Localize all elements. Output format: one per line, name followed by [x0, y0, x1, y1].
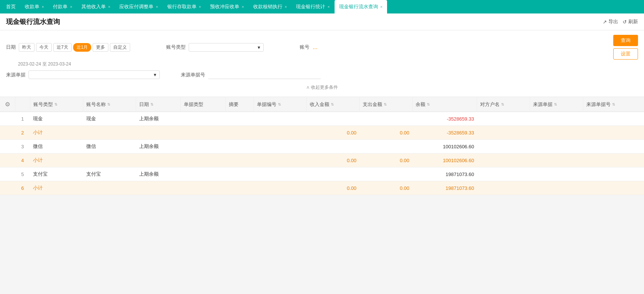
cell-summary [225, 140, 254, 154]
nav-close-icon[interactable]: × [108, 0, 110, 13]
cell-income [306, 112, 359, 126]
cell-num: 5 [15, 167, 30, 181]
col-num [15, 97, 30, 112]
source-doc-select[interactable]: ▾ [29, 70, 160, 79]
collapse-bar[interactable]: ∧ 收起更多条件 [6, 83, 638, 92]
cell-empty [0, 126, 15, 140]
cell-doc-type [180, 181, 225, 195]
cell-summary [225, 181, 254, 195]
query-button[interactable]: 查询 [613, 35, 638, 46]
nav-close-icon[interactable]: × [380, 0, 383, 13]
sort-icon: ⇅ [612, 102, 615, 106]
refresh-button[interactable]: ↺ 刷新 [623, 18, 638, 25]
cell-account-name: 现金 [83, 112, 136, 126]
nav-label: 收款核销执行 [253, 0, 282, 13]
table-row[interactable]: 4 小计 0.00 0.00 100102606.60 [0, 154, 644, 167]
cell-counterparty [477, 140, 530, 154]
cell-source-doc [530, 167, 583, 181]
nav-xianjinyinhang-tongji[interactable]: 现金银行统计 × [291, 0, 334, 13]
nav-close-icon[interactable]: × [42, 0, 44, 13]
col-balance[interactable]: 余额⇅ [412, 97, 477, 112]
col-source-doc[interactable]: 来源单据⇅ [530, 97, 583, 112]
account-ellipsis-button[interactable]: ... [312, 44, 317, 51]
table-settings-icon[interactable]: ⚙ [5, 101, 10, 107]
cell-account-name [83, 126, 136, 140]
cell-counterparty [477, 154, 530, 167]
date-btn-more[interactable]: 更多 [93, 43, 108, 52]
nav-close-icon[interactable]: × [327, 0, 330, 13]
nav-close-icon[interactable]: × [156, 0, 158, 13]
table-header-row: ⚙ 账号类型⇅ 账号名称⇅ 日期⇅ 单据类型 摘要 [0, 97, 644, 112]
nav-shoukuanhexiao[interactable]: 收款核销执行 × [249, 0, 291, 13]
nav-shoukuandan[interactable]: 收款单 × [20, 0, 48, 13]
nav-xianjinyinhang-liushui[interactable]: 现金银行流水查询 × [335, 0, 387, 13]
sort-icon: ⇅ [278, 102, 281, 106]
sort-icon: ⇅ [427, 102, 430, 106]
date-filter-group: 日期 昨天 今天 近7天 近1月 更多 自定义 [6, 43, 130, 52]
date-btn-7days[interactable]: 近7天 [53, 43, 72, 52]
page-title: 现金银行流水查询 [6, 17, 60, 26]
account-type-label: 账号类型 [166, 44, 186, 51]
cell-date: 上期余额 [136, 112, 180, 126]
nav-label: 收款单 [25, 0, 39, 13]
nav-yinhangcunqu[interactable]: 银行存取款单 × [163, 0, 206, 13]
cell-date [136, 154, 180, 167]
cell-doc-no [254, 126, 306, 140]
col-date[interactable]: 日期⇅ [136, 97, 180, 112]
date-range-display: 2023-02-24 至 2023-03-24 [18, 61, 71, 67]
nav-home-label: 首页 [6, 0, 16, 13]
cell-empty [0, 167, 15, 181]
cell-doc-type [180, 140, 225, 154]
cell-num: 3 [15, 140, 30, 154]
col-income[interactable]: 收入金额⇅ [306, 97, 359, 112]
nav-close-icon[interactable]: × [285, 0, 287, 13]
export-button[interactable]: ↗ 导出 [603, 18, 618, 25]
col-counterparty[interactable]: 对方户名⇅ [477, 97, 530, 112]
source-doc-no-label: 来源单据号 [181, 72, 205, 78]
table-row[interactable]: 1 现金 现金 上期余额 -3528659.33 [0, 112, 644, 126]
nav-close-icon[interactable]: × [70, 0, 72, 13]
date-btn-yesterday[interactable]: 昨天 [19, 43, 35, 52]
account-label: 账号 [300, 44, 309, 51]
col-source-doc-no[interactable]: 来源单据号⇅ [583, 97, 644, 112]
nav-qitashourukudan[interactable]: 其他收入单 × [77, 0, 115, 13]
nav-yushoudan[interactable]: 预收冲应收单 × [206, 0, 248, 13]
account-type-select[interactable]: ▾ [189, 43, 264, 52]
cell-source-doc [530, 181, 583, 195]
settings-button[interactable]: 设置 [613, 48, 638, 60]
date-btn-custom[interactable]: 自定义 [110, 43, 130, 52]
col-expense[interactable]: 支出金额⇅ [359, 97, 412, 112]
table-row[interactable]: 2 小计 0.00 0.00 -3528659.33 [0, 126, 644, 140]
cell-date: 上期余额 [136, 167, 180, 181]
col-account-type[interactable]: 账号类型⇅ [30, 97, 83, 112]
cell-source-doc-no [583, 181, 644, 195]
cell-account-type: 微信 [30, 140, 83, 154]
cell-income: 0.00 [306, 154, 359, 167]
table-row[interactable]: 5 支付宝 支付宝 上期余额 19871073.60 [0, 167, 644, 181]
cell-num: 4 [15, 154, 30, 167]
collapse-label: 收起更多条件 [311, 85, 338, 90]
main-table: ⚙ 账号类型⇅ 账号名称⇅ 日期⇅ 单据类型 摘要 [0, 97, 644, 195]
table-row[interactable]: 6 小计 0.00 0.00 19871073.60 [0, 181, 644, 195]
sort-icon: ⇅ [384, 102, 387, 106]
cell-summary [225, 112, 254, 126]
account-filter-group: 账号 ... [300, 44, 317, 51]
date-btn-1month[interactable]: 近1月 [73, 43, 92, 52]
nav-close-icon[interactable]: × [242, 0, 244, 13]
account-type-filter-group: 账号类型 ▾ [166, 43, 264, 52]
cell-income: 0.00 [306, 181, 359, 195]
nav-close-icon[interactable]: × [199, 0, 201, 13]
col-doc-no[interactable]: 单据编号⇅ [254, 97, 306, 112]
nav-home[interactable]: 首页 [2, 0, 20, 13]
date-btn-today[interactable]: 今天 [36, 43, 52, 52]
nav-label: 现金银行流水查询 [339, 0, 378, 13]
nav-fukuandan[interactable]: 付款单 × [48, 0, 77, 13]
nav-yingshouyingfu[interactable]: 应收应付调整单 × [115, 0, 162, 13]
col-account-name[interactable]: 账号名称⇅ [83, 97, 136, 112]
cell-account-type: 小计 [30, 181, 83, 195]
source-doc-filter-group: 来源单据 ▾ [6, 70, 160, 79]
source-doc-no-input[interactable] [208, 71, 321, 79]
cell-counterparty [477, 126, 530, 140]
table-row[interactable]: 3 微信 微信 上期余额 100102606.60 [0, 140, 644, 154]
cell-source-doc-no [583, 154, 644, 167]
